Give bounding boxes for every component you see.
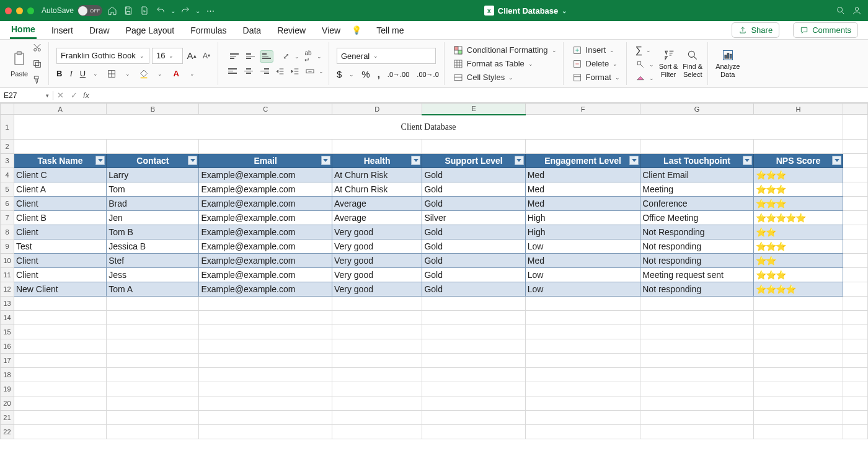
tab-insert[interactable]: Insert	[50, 22, 74, 38]
tab-tellme[interactable]: Tell me	[375, 22, 405, 38]
empty-cell[interactable]	[640, 311, 754, 325]
cell-engagement[interactable]: Med	[525, 168, 640, 182]
tab-home[interactable]: Home	[10, 21, 37, 39]
cell-nps[interactable]: ⭐⭐	[753, 225, 843, 239]
bold-button[interactable]: B	[56, 69, 62, 78]
accept-formula-icon[interactable]: ✓	[67, 91, 81, 100]
empty-cell[interactable]	[199, 297, 332, 311]
empty-cell[interactable]	[199, 354, 332, 368]
cell-task[interactable]: Client	[14, 268, 106, 282]
cell-support[interactable]: Silver	[422, 211, 525, 225]
fill-color-icon[interactable]	[138, 68, 150, 80]
tab-data[interactable]: Data	[242, 22, 263, 38]
number-format-select[interactable]: General⌄	[337, 48, 436, 64]
cell-touchpoint[interactable]: Meeting request sent	[640, 268, 754, 282]
row-header-16[interactable]: 16	[1, 339, 14, 354]
cell-nps[interactable]: ⭐⭐⭐	[753, 239, 843, 254]
cell-support[interactable]: Gold	[422, 282, 525, 297]
table-header[interactable]: Task Name	[14, 154, 106, 168]
increase-indent-icon[interactable]	[289, 65, 301, 78]
cell-contact[interactable]: Jessica B	[107, 239, 199, 254]
empty-cell[interactable]	[107, 311, 199, 325]
cell-task[interactable]: New Client	[14, 282, 106, 297]
format-painter-icon[interactable]	[31, 74, 43, 86]
analyze-data-button[interactable]: Analyze Data	[715, 49, 740, 78]
empty-cell[interactable]	[107, 354, 199, 368]
merge-icon[interactable]	[304, 65, 316, 78]
close-window[interactable]	[5, 7, 12, 14]
empty-cell[interactable]	[107, 325, 199, 339]
fx-icon[interactable]: fx	[83, 91, 89, 100]
empty-cell[interactable]	[422, 368, 525, 382]
empty-cell[interactable]	[199, 396, 332, 411]
empty-cell[interactable]	[422, 382, 525, 396]
empty-cell[interactable]	[640, 368, 754, 382]
cell-nps[interactable]: ⭐⭐⭐⭐	[753, 282, 843, 297]
empty-cell[interactable]	[332, 339, 422, 354]
format-as-table-button[interactable]: Format as Table⌄	[452, 58, 534, 69]
cell-email[interactable]: Example@example.com	[199, 225, 332, 239]
cell-engagement[interactable]: Med	[525, 182, 640, 197]
row-header-18[interactable]: 18	[1, 368, 14, 382]
row-header-11[interactable]: 11	[1, 268, 14, 282]
empty-cell[interactable]	[107, 339, 199, 354]
cancel-formula-icon[interactable]: ✕	[53, 91, 67, 100]
cell-nps[interactable]: ⭐⭐	[753, 254, 843, 268]
cell-touchpoint[interactable]: Not responding	[640, 254, 754, 268]
filter-icon[interactable]	[832, 156, 841, 165]
currency-icon[interactable]: $	[337, 69, 342, 79]
cell-contact[interactable]: Jess	[107, 268, 199, 282]
cell-task[interactable]: Client	[14, 197, 106, 211]
empty-cell[interactable]	[525, 396, 640, 411]
cell-engagement[interactable]: High	[525, 211, 640, 225]
spreadsheet-grid[interactable]: ABCDEFGH1Client Database23Task NameConta…	[0, 103, 868, 461]
cell-nps[interactable]: ⭐⭐⭐	[753, 168, 843, 182]
account-icon[interactable]	[851, 4, 863, 17]
empty-cell[interactable]	[640, 425, 754, 439]
empty-cell[interactable]	[332, 297, 422, 311]
cell-styles-button[interactable]: Cell Styles⌄	[452, 72, 515, 83]
empty-cell[interactable]	[525, 311, 640, 325]
empty-cell[interactable]	[525, 354, 640, 368]
empty-cell[interactable]	[107, 297, 199, 311]
more-icon[interactable]: ⋯	[204, 4, 216, 17]
empty-cell[interactable]	[107, 396, 199, 411]
empty-cell[interactable]	[332, 382, 422, 396]
align-middle[interactable]	[244, 50, 257, 63]
cell-support[interactable]: Gold	[422, 254, 525, 268]
empty-cell[interactable]	[14, 339, 106, 354]
empty-cell[interactable]	[753, 425, 843, 439]
empty-cell[interactable]	[199, 311, 332, 325]
cell-engagement[interactable]: Low	[525, 239, 640, 254]
align-center[interactable]	[242, 65, 255, 78]
row-header-17[interactable]: 17	[1, 354, 14, 368]
row-header-1[interactable]: 1	[1, 115, 14, 140]
cell-health[interactable]: Very good	[332, 268, 422, 282]
redo-dropdown[interactable]: ⌄	[195, 7, 200, 14]
col-header-G[interactable]: G	[640, 104, 754, 115]
document-title-area[interactable]: x Client Database ⌄	[220, 6, 831, 16]
empty-cell[interactable]	[14, 311, 106, 325]
row-header-3[interactable]: 3	[1, 154, 14, 168]
empty-cell[interactable]	[14, 354, 106, 368]
empty-cell[interactable]	[525, 411, 640, 425]
empty-cell[interactable]	[199, 368, 332, 382]
decrease-decimal-icon[interactable]: .00→.0	[417, 71, 438, 78]
cell-health[interactable]: Very good	[332, 225, 422, 239]
cell-health[interactable]: Average	[332, 211, 422, 225]
cell-contact[interactable]: Tom	[107, 182, 199, 197]
empty-cell[interactable]	[525, 297, 640, 311]
percent-icon[interactable]: %	[361, 69, 370, 79]
cell-task[interactable]: Client B	[14, 211, 106, 225]
save-icon[interactable]	[122, 4, 135, 17]
empty-cell[interactable]	[107, 382, 199, 396]
cell-task[interactable]: Test	[14, 239, 106, 254]
undo-icon[interactable]	[154, 4, 167, 17]
table-header[interactable]: Email	[199, 154, 332, 168]
tab-review[interactable]: Review	[276, 22, 307, 38]
row-header-7[interactable]: 7	[1, 211, 14, 225]
empty-cell[interactable]	[525, 368, 640, 382]
cell-support[interactable]: Gold	[422, 197, 525, 211]
empty-cell[interactable]	[525, 382, 640, 396]
col-header-B[interactable]: B	[107, 104, 199, 115]
